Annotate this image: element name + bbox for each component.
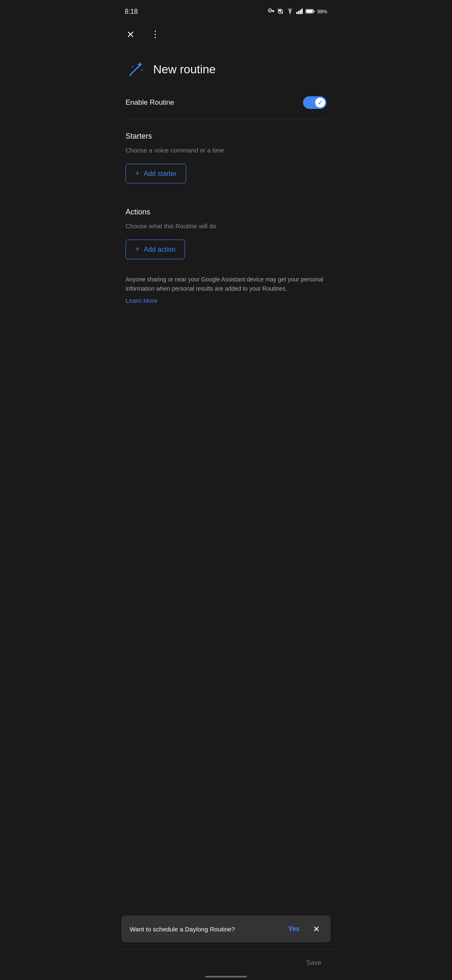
snackbar-close-button[interactable] [311,923,322,935]
save-button[interactable]: Save [301,956,326,970]
svg-rect-3 [273,11,274,12]
svg-rect-10 [301,8,303,14]
key-icon [268,8,275,15]
starters-description: Choose a voice command or a time [126,146,326,155]
starters-section: Starters Choose a voice command or a tim… [126,132,326,195]
svg-rect-8 [298,11,299,14]
actions-section: Actions Choose what this Routine will do… [126,208,326,271]
mute-icon [277,8,284,16]
svg-rect-2 [271,10,274,11]
toggle-check-icon: ✓ [318,99,323,106]
svg-rect-7 [296,12,298,14]
actions-description: Choose what this Routine will do [126,222,326,230]
add-starter-label: Add starter [144,170,177,178]
add-starter-icon: + [135,169,140,178]
status-time: 8:18 [125,8,138,15]
snackbar: Want to schedule a Daylong Routine? Yes [121,916,331,942]
svg-rect-9 [300,10,301,14]
page-header: New routine [126,59,326,80]
enable-routine-label: Enable Routine [126,98,174,107]
toggle-track: ✓ [303,96,326,109]
battery-percent: 98% [317,9,327,15]
battery-icon [306,9,315,15]
home-indicator [205,976,247,977]
snackbar-text: Want to schedule a Daylong Routine? [130,926,284,933]
svg-rect-13 [313,10,314,12]
add-starter-button[interactable]: + Add starter [126,164,186,183]
enable-routine-row: Enable Routine ✓ [126,92,326,119]
main-content: New routine Enable Routine ✓ Starters Ch… [113,47,339,373]
status-bar: 8:18 [113,0,339,22]
more-options-button[interactable]: ⋮ [146,25,164,44]
toggle-thumb: ✓ [315,98,325,108]
page-title: New routine [153,63,216,76]
svg-point-6 [290,13,290,14]
enable-routine-toggle[interactable]: ✓ [303,96,326,109]
svg-rect-4 [272,11,273,12]
snackbar-close-icon [313,925,320,933]
add-action-icon: + [135,245,140,254]
actions-header: Actions [126,208,326,217]
learn-more-link[interactable]: Learn More [126,297,158,304]
privacy-notice: Anyone sharing or near your Google Assis… [126,275,326,306]
privacy-text: Anyone sharing or near your Google Assis… [126,275,326,293]
starters-header: Starters [126,132,326,141]
close-icon [126,30,135,39]
nav-bar: ⋮ [113,22,339,47]
status-icons: 98% [268,8,327,16]
svg-rect-12 [306,10,313,13]
wifi-icon [286,8,294,15]
svg-line-16 [130,67,138,75]
add-action-button[interactable]: + Add action [126,240,185,259]
close-button[interactable] [121,25,140,44]
more-dots-icon: ⋮ [151,29,159,40]
routine-icon [126,59,146,80]
svg-point-1 [269,10,270,11]
snackbar-yes-button[interactable]: Yes [288,925,300,933]
signal-icon [296,8,303,15]
add-action-label: Add action [144,246,176,253]
